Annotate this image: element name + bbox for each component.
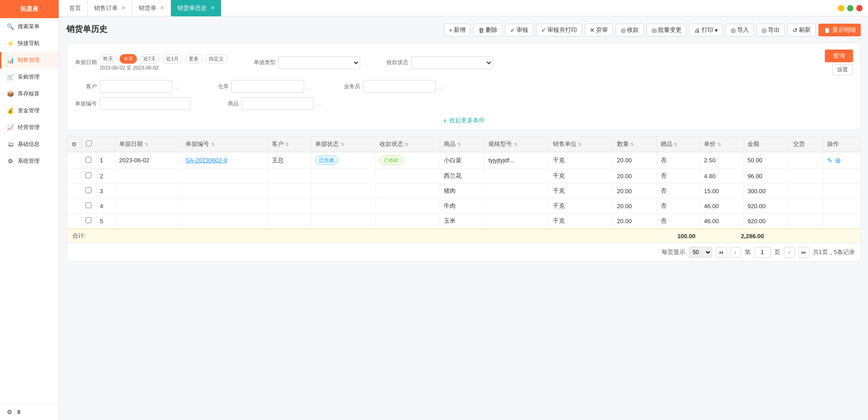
tab-sales-history[interactable]: 销货单历史 ✕ [171,0,221,16]
sidebar-item-basic-info[interactable]: 🗂 基础信息 [0,136,59,153]
td-check[interactable] [81,169,96,184]
next-page-button[interactable]: › [784,247,795,258]
collect-icon: ◎ [621,27,626,34]
td-doc-status: 已生效 [311,152,376,169]
date-btn-custom[interactable]: 自定义 [205,54,227,64]
sidebar-item-quick-nav[interactable]: ⚡ 快捷导航 [0,35,59,52]
date-btn-more[interactable]: 更多 [185,54,202,64]
doc-type-select[interactable] [278,56,360,69]
export-button[interactable]: ◎ 导出 [757,24,785,36]
sort-gift-icon: ⇅ [674,142,677,147]
per-page-select[interactable]: 50 10 20 100 [689,247,712,258]
first-page-button[interactable]: ⏮ [716,247,727,258]
row-checkbox[interactable] [85,157,91,163]
sidebar-item-sales-mgmt[interactable]: 📊 销售管理 [0,52,59,69]
prev-page-button[interactable]: ‹ [730,247,741,258]
customer-label: 客户 [74,83,97,90]
date-btn-last1month[interactable]: 近1月 [162,54,182,64]
td-doc-status [311,169,376,184]
customer-input[interactable] [100,80,172,93]
minimize-button[interactable] [838,5,844,11]
td-doc-no[interactable]: SA-20230602-0 [182,152,268,169]
td-check[interactable] [81,184,96,199]
audit-print-button[interactable]: ✓ 审核并打印 [536,24,582,36]
close-button[interactable] [856,5,863,11]
row-checkbox[interactable] [85,172,91,178]
collect-status-select[interactable] [411,56,493,69]
th-customer[interactable]: 客户 ⇅ [268,136,311,152]
th-product[interactable]: 商品 ⇅ [440,136,485,152]
th-settings[interactable]: ⚙ [67,136,81,152]
row-checkbox[interactable] [85,202,91,208]
sidebar-item-finance-mgmt[interactable]: 💰 资金管理 [0,102,59,119]
th-gift[interactable]: 赠品 ⇅ [657,136,700,152]
edit-icon[interactable]: ✎ [827,157,833,164]
audit-print-icon: ✓ [541,27,546,34]
product-dots[interactable]: ... [317,100,322,107]
th-sales-unit[interactable]: 销售单位 ⇅ [549,136,613,152]
th-doc-date[interactable]: 单据日期 ⇅ [115,136,181,152]
warehouse-dots[interactable]: ... [307,83,312,90]
import-button[interactable]: ◎ 导入 [726,24,754,36]
th-unit-price[interactable]: 单价 ⇅ [700,136,744,152]
doc-no-input[interactable] [100,97,191,110]
td-check[interactable] [81,214,96,229]
print-button[interactable]: 🖨 打印 ▾ [689,24,723,36]
tab-home[interactable]: 首页 [63,0,88,16]
last-page-button[interactable]: ⏭ [798,247,809,258]
refresh-button[interactable]: ↺ 刷新 [788,24,816,36]
row-checkbox[interactable] [85,217,91,223]
row-checkbox[interactable] [85,187,91,193]
tab-close-sales-history[interactable]: ✕ [211,5,215,11]
th-doc-status[interactable]: 单据状态 ⇅ [311,136,376,152]
td-gift: 否 [657,184,700,199]
collect-button[interactable]: ◎ 收款 [616,24,644,36]
copy-icon[interactable]: ⊞ [835,157,841,164]
td-amount: 920.00 [744,199,789,214]
th-doc-no[interactable]: 单据编号 ⇅ [182,136,268,152]
date-btn-today[interactable]: 今天 [120,54,137,64]
abandon-button[interactable]: ✕ 弃审 [585,24,613,36]
td-customer [268,169,311,184]
date-btn-yesterday[interactable]: 昨天 [100,54,117,64]
td-quantity: 20.00 [613,199,657,214]
batch-change-button[interactable]: ◎ 批量变更 [647,24,687,36]
select-all-checkbox[interactable] [86,140,92,146]
td-check[interactable] [81,199,96,214]
td-doc-date [115,199,181,214]
tab-close-sales-delivery[interactable]: ✕ [160,5,164,11]
staff-dots[interactable]: ... [438,83,444,90]
tab-sales-delivery[interactable]: 销货单 ✕ [132,0,171,16]
sidebar-item-inventory[interactable]: 📦 库存核算 [0,85,59,102]
th-collect-status[interactable]: 收款状态 ⇅ [376,136,440,152]
filter-doc-no: 单据编号 [74,97,191,110]
th-quantity[interactable]: 数量 ⇅ [613,136,657,152]
filter-row-1: 单据日期 昨天 今天 近7天 近1月 更多 自定义 2023-06-02 至 2… [74,50,853,75]
sidebar-item-purchase-mgmt[interactable]: 🛒 采购管理 [0,69,59,85]
sidebar-item-search-menu[interactable]: 🔍 搜索菜单 [0,18,59,35]
show-detail-button[interactable]: 📋 显示明细 [818,24,861,36]
sidebar-item-ops-mgmt[interactable]: 📈 经营管理 [0,119,59,136]
tab-sales-order[interactable]: 销售订单 ✕ [88,0,132,16]
th-amount[interactable]: 金额 [744,136,789,152]
product-input[interactable] [241,97,314,110]
doc-no-link[interactable]: SA-20230602-0 [186,157,227,164]
page-number-input[interactable] [754,247,771,258]
sidebar-item-sys-mgmt[interactable]: ⚙ 系统管理 [0,153,59,170]
staff-input[interactable] [363,80,436,93]
warehouse-input[interactable] [231,80,304,93]
th-spec[interactable]: 规格型号 ⇅ [485,136,549,152]
date-btn-last7days[interactable]: 近7天 [140,54,160,64]
settings-button[interactable]: 设置 [832,64,853,75]
sort-doc-no-icon: ⇅ [211,142,215,147]
customer-dots[interactable]: ... [175,83,181,90]
query-button[interactable]: 查询 [825,50,853,62]
maximize-button[interactable] [847,5,853,11]
tab-close-sales-order[interactable]: ✕ [121,5,125,11]
delete-button[interactable]: 🗑 删除 [473,24,502,36]
new-button[interactable]: + 新增 [444,24,471,36]
sidebar-bottom-icon1[interactable]: ⚙ ⏸ [0,404,59,420]
audit-button[interactable]: ✓ 审核 [505,24,533,36]
td-check[interactable] [81,152,96,169]
collapse-filter[interactable]: ∧ 收起更多条件 [74,115,853,126]
